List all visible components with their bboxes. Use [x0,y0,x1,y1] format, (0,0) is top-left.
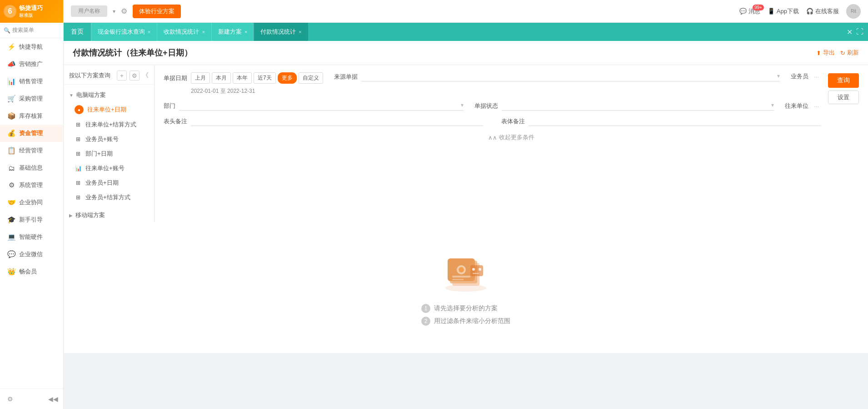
filter-settings-btn[interactable]: 设置 [828,91,859,104]
date-btn-last-month[interactable]: 上月 [191,72,210,84]
scheme-item-label: 往来单位+账号 [85,164,125,172]
notification-btn[interactable]: 💬 消息 99+ [739,7,760,15]
tab-receipts-close[interactable]: × [202,29,205,35]
sidebar-item-label: 资金管理 [19,129,43,137]
source-input-field[interactable] [361,72,777,79]
grid-icon: ⊞ [75,136,82,143]
tab-new-scheme[interactable]: 新建方案 × [211,23,254,41]
close-tab-btn[interactable]: ✕ [847,28,853,36]
settings-gear[interactable]: ⚙ [121,7,127,15]
sidebar-item-purchase[interactable]: 🛒 采购管理 [0,90,63,107]
export-btn[interactable]: ⬆ 导出 [816,49,835,57]
refresh-btn[interactable]: ↻ 刷新 [840,49,859,57]
tab-home[interactable]: 首页 [64,23,91,41]
sidebar-item-guide[interactable]: 🎓 新手引导 [0,211,63,228]
sidebar-item-funds[interactable]: 💰 资金管理 [0,125,63,142]
partner-dots[interactable]: ··· [812,103,821,110]
empty-tip-1: 1 请先选择要分析的方案 [421,304,510,313]
user-avatar[interactable]: Rit [846,4,861,19]
grid-icon: ⊞ [75,194,82,201]
scheme-item-dept-date[interactable]: ⊞ 部门+日期 [64,146,154,161]
scheme-mobile-group[interactable]: ▶ 移动端方案 [64,208,154,222]
query-btn-col: 查询 设置 [828,72,859,128]
date-btn-7days[interactable]: 近7天 [254,72,276,84]
guide-icon: 🎓 [7,216,15,224]
dept-input[interactable]: ▾ [179,101,464,111]
scheme-item-staff-settlement[interactable]: ⊞ 业务员+结算方式 [64,190,154,205]
date-btn-this-year[interactable]: 本年 [233,72,252,84]
sidebar-item-operations[interactable]: 📋 经营管理 [0,142,63,159]
sidebar-item-sales[interactable]: 📊 销售管理 [0,73,63,90]
sidebar-item-marketing[interactable]: 📣 营销推广 [0,56,63,73]
scheme-item-partner-date[interactable]: ● 往来单位+日期 [64,102,154,117]
dept-input-field[interactable] [179,101,461,108]
query-btn[interactable]: 查询 [828,73,859,88]
sidebar-item-label: 基础信息 [19,164,43,172]
tab-payments-close[interactable]: × [299,29,301,35]
grid-icon: ⊞ [75,121,82,128]
tab-receipts[interactable]: 收款情况统计 × [157,23,211,41]
marketing-icon: 📣 [7,60,15,68]
tab-new-scheme-close[interactable]: × [244,29,247,35]
scheme-item-partner-settlement[interactable]: ⊞ 往来单位+结算方式 [64,117,154,132]
sidebar-item-cooperation[interactable]: 🤝 企业协同 [0,194,63,211]
empty-tips: 1 请先选择要分析的方案 2 用过滤条件来缩小分析范围 [421,304,510,326]
online-service-btn[interactable]: 🎧 在线客服 [806,7,839,15]
sidebar-item-inventory[interactable]: 📦 库存核算 [0,107,63,125]
note-row: 表头备注 表体备注 [164,117,821,126]
header-note-input[interactable] [191,117,483,126]
scheme-panel: 按以下方案查询 + ⚙ 《 ▼ [64,65,155,222]
date-btn-this-month[interactable]: 本月 [212,72,231,84]
header-note-field: 表头备注 [164,117,483,126]
date-btn-more[interactable]: 更多 [278,72,297,84]
scheme-add-btn[interactable]: + [117,71,127,81]
sidebar-item-system[interactable]: ⚙ 系统管理 [0,177,63,194]
app-download-label: App下载 [777,7,799,15]
empty-tip-2: 2 用过滤条件来缩小分析范围 [421,317,510,326]
app-download-btn[interactable]: 📱 App下载 [768,7,799,15]
doc-status-input-field[interactable] [502,101,772,108]
tabbar-controls: ✕ ⛶ [842,28,868,36]
sidebar-item-basic-info[interactable]: 🗂 基础信息 [0,159,63,177]
sidebar-item-label: 采购管理 [19,95,43,103]
scheme-desktop-group-header[interactable]: ▼ 电脑端方案 [64,88,154,102]
doc-status-input[interactable]: ▾ [502,101,774,111]
main-area: 用户名称 ▾ ⚙ 体验行业方案 💬 消息 99+ 📱 App下载 🎧 在线客服 … [64,0,868,409]
settings-footer-btn[interactable]: ⚙ [4,393,16,405]
search-menu[interactable]: 🔍 搜索菜单 [0,23,63,38]
doc-status-label: 单据状态 [474,102,498,110]
partner-filter: 往来单位 ··· [785,102,821,110]
scheme-collapse-btn[interactable]: 《 [142,71,149,80]
date-options: 上月 本月 本年 近7天 更多 自定义 2022-01-01 至 2022-12… [191,72,323,95]
scheme-settings-btn[interactable]: ⚙ [130,71,140,81]
refresh-label: 刷新 [847,49,859,57]
sidebar-item-hardware[interactable]: 💻 智能硬件 [0,228,63,246]
staff-dots[interactable]: ··· [812,73,821,80]
system-icon: ⚙ [7,181,15,189]
collapse-sidebar-btn[interactable]: ◀◀ [47,393,60,405]
scheme-item-staff-account[interactable]: ⊞ 业务员+账号 [64,132,154,146]
trial-btn[interactable]: 体验行业方案 [133,5,181,18]
scheme-item-partner-account[interactable]: 📊 往来单位+账号 [64,161,154,176]
tip-num-2: 2 [421,317,430,326]
tab-cash-bank-close[interactable]: × [148,29,150,35]
sidebar-item-quick-nav[interactable]: ⚡ 快捷导航 [0,38,63,56]
body-note-field: 表体备注 [501,117,821,126]
sidebar-item-member[interactable]: 👑 畅会员 [0,263,63,280]
scheme-item-staff-date[interactable]: ⊞ 业务员+日期 [64,176,154,190]
export-icon: ⬆ [816,50,821,56]
sidebar-item-label: 企业协同 [19,198,43,207]
sidebar-item-wechat[interactable]: 💬 企业微信 [0,246,63,263]
date-btn-custom[interactable]: 自定义 [299,72,323,84]
phone-icon: 📱 [768,8,775,15]
tab-cash-bank[interactable]: 现金银行流水查询 × [91,23,157,41]
sales-icon: 📊 [7,77,15,86]
tab-payments[interactable]: 付款情况统计 × [254,23,308,41]
collapse-btn-row: ∧∧ 收起更多条件 [164,128,859,143]
source-input[interactable]: ▾ [361,72,780,81]
collapse-label: 收起更多条件 [499,133,534,141]
collapse-conditions-btn[interactable]: ∧∧ 收起更多条件 [488,133,534,141]
body-note-input[interactable] [529,117,821,126]
maximize-tab-btn[interactable]: ⛶ [856,28,863,36]
user-dropdown[interactable]: ▾ [113,8,115,15]
